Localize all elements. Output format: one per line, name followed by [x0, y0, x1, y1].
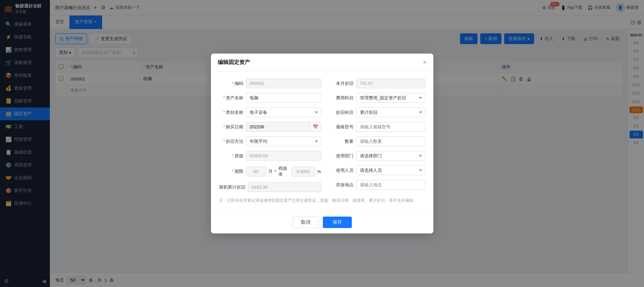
- form-left: *编码 *资产名称 *类别名称: [219, 78, 321, 192]
- initial-dep-label: 期初累计折旧: [219, 184, 245, 190]
- save-button[interactable]: 保存: [323, 217, 352, 228]
- code-input[interactable]: [246, 78, 321, 88]
- location-label: 存放地点: [329, 182, 354, 188]
- modal-title: 编辑固定资产: [218, 59, 250, 66]
- modal-close-button[interactable]: ×: [423, 59, 427, 66]
- form-row-quantity: 数量: [329, 136, 425, 146]
- cancel-button[interactable]: 取消: [293, 217, 319, 228]
- person-select[interactable]: 请选择人员: [356, 165, 425, 175]
- form-row-expense-account: 费用科目 管理费用_固定资产折旧: [329, 93, 425, 103]
- spec-label: 规格型号: [329, 124, 354, 130]
- form-row-purchase-date: *购买日期 📅: [219, 122, 321, 132]
- residual-rate-input[interactable]: [292, 167, 315, 177]
- initial-dep-input[interactable]: [248, 182, 321, 192]
- form-row-department: 使用部门 请选择部门: [329, 151, 425, 161]
- form-grid: *编码 *资产名称 *类别名称: [219, 78, 425, 192]
- category-select[interactable]: 电子设备: [246, 107, 321, 117]
- asset-name-label: *资产名称: [219, 95, 243, 101]
- modal-overlay: 编辑固定资产 × *编码 *资产名称: [0, 0, 644, 287]
- calendar-icon[interactable]: 📅: [310, 122, 321, 131]
- expense-account-select[interactable]: 管理费用_固定资产折旧: [356, 93, 425, 103]
- form-row-initial-dep: 期初累计折旧: [219, 182, 321, 192]
- dep-method-label: *折旧方法: [219, 138, 243, 145]
- modal-body: *编码 *资产名称 *类别名称: [211, 72, 433, 211]
- form-row-monthly-dep: 本月折旧: [329, 78, 425, 88]
- form-row-asset-name: *资产名称: [219, 93, 321, 103]
- quantity-label: 数量: [329, 138, 354, 145]
- department-select[interactable]: 请选择部门: [356, 151, 425, 161]
- spec-input[interactable]: [356, 122, 425, 132]
- form-row-dep-account: 折旧科目 累计折旧: [329, 107, 425, 117]
- form-row-person: 使用人员 请选择人员: [329, 165, 425, 175]
- location-input[interactable]: [356, 180, 425, 190]
- residual-rate-unit: %: [317, 169, 321, 174]
- person-label: 使用人员: [329, 167, 354, 173]
- edit-asset-modal: 编辑固定资产 × *编码 *资产名称: [211, 54, 433, 233]
- expense-account-label: 费用科目: [329, 95, 354, 101]
- form-row-code: *编码: [219, 78, 321, 88]
- period-input[interactable]: [246, 167, 266, 177]
- dep-account-select[interactable]: 累计折旧: [356, 107, 425, 117]
- original-value-input[interactable]: [246, 151, 321, 161]
- category-label: *类别名称: [219, 109, 243, 116]
- asset-name-input[interactable]: [246, 93, 321, 103]
- form-row-spec: 规格型号: [329, 122, 425, 132]
- purchase-date-input-wrapper: 📅: [246, 122, 321, 132]
- code-label: *编码: [219, 81, 243, 87]
- modal-footer: 取消 保存: [211, 211, 433, 233]
- purchase-date-input[interactable]: [246, 122, 310, 131]
- monthly-dep-input: [356, 78, 425, 88]
- monthly-dep-label: 本月折旧: [329, 81, 354, 87]
- form-row-dep-method: *折旧方法 年限平均: [219, 136, 321, 146]
- dep-account-label: 折旧科目: [329, 109, 354, 116]
- original-value-label: *原值: [219, 153, 243, 159]
- period-inline: 月 * 残值率 %: [246, 165, 321, 178]
- dep-method-select[interactable]: 年限平均: [246, 136, 321, 146]
- residual-rate-label: 残值率: [278, 165, 289, 178]
- purchase-date-label: *购买日期: [219, 124, 243, 130]
- period-label: *期限: [219, 168, 243, 174]
- period-unit-label: 月: [268, 168, 273, 174]
- form-row-category: *类别名称 电子设备: [219, 107, 321, 117]
- form-row-location: 存放地点: [329, 180, 425, 190]
- department-label: 使用部门: [329, 153, 354, 159]
- form-row-original-value: *原值: [219, 151, 321, 161]
- modal-note: 注：已经存在变更记录或者对应固定资产已经生成凭证，原值、购买日期、残值率、累计折…: [219, 197, 425, 204]
- quantity-input[interactable]: [356, 136, 425, 146]
- modal-header: 编辑固定资产 ×: [211, 54, 433, 72]
- form-right: 本月折旧 费用科目 管理费用_固定资产折旧 折旧科目 累计折: [329, 78, 425, 192]
- form-row-period: *期限 月 * 残值率 %: [219, 165, 321, 178]
